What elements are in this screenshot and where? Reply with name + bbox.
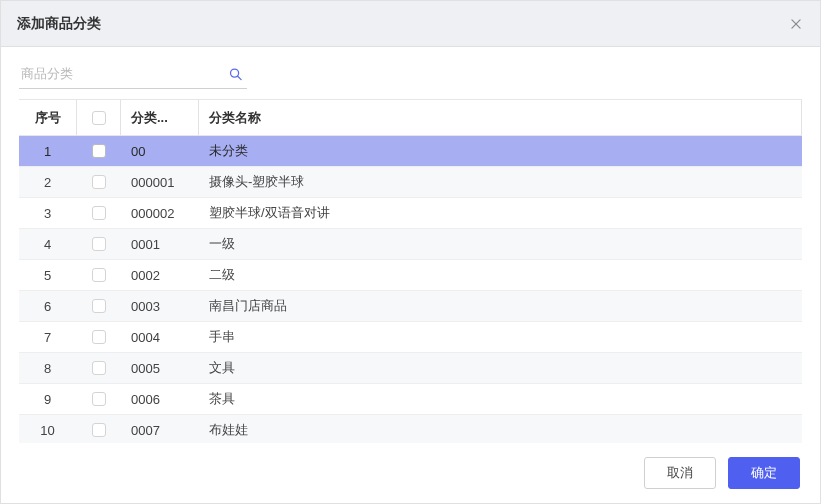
cell-seq: 10 [19, 415, 77, 443]
cell-checkbox[interactable] [77, 136, 121, 166]
checkbox-icon[interactable] [92, 299, 106, 313]
cell-seq: 3 [19, 198, 77, 228]
checkbox-icon[interactable] [92, 392, 106, 406]
modal-header: 添加商品分类 [1, 1, 820, 47]
modal-title: 添加商品分类 [17, 15, 101, 33]
cell-name: 摄像头-塑胶半球 [199, 167, 802, 197]
cell-code: 000001 [121, 167, 199, 197]
table-row[interactable]: 40001一级 [19, 229, 802, 260]
cell-name: 布娃娃 [199, 415, 802, 443]
th-name: 分类名称 [199, 100, 802, 135]
cell-checkbox[interactable] [77, 229, 121, 259]
table-row[interactable]: 100007布娃娃 [19, 415, 802, 443]
cancel-button[interactable]: 取消 [644, 457, 716, 489]
cell-checkbox[interactable] [77, 167, 121, 197]
table-row[interactable]: 3000002塑胶半球/双语音对讲 [19, 198, 802, 229]
cell-code: 0005 [121, 353, 199, 383]
cell-checkbox[interactable] [77, 260, 121, 290]
table-row[interactable]: 60003南昌门店商品 [19, 291, 802, 322]
checkbox-icon[interactable] [92, 423, 106, 437]
checkbox-icon[interactable] [92, 361, 106, 375]
cell-name: 塑胶半球/双语音对讲 [199, 198, 802, 228]
cell-name: 茶具 [199, 384, 802, 414]
cell-code: 00 [121, 136, 199, 166]
cell-checkbox[interactable] [77, 291, 121, 321]
cell-seq: 1 [19, 136, 77, 166]
table-row[interactable]: 70004手串 [19, 322, 802, 353]
cell-checkbox[interactable] [77, 353, 121, 383]
cell-checkbox[interactable] [77, 415, 121, 443]
cell-checkbox[interactable] [77, 322, 121, 352]
checkbox-icon[interactable] [92, 330, 106, 344]
table-header-row: 序号 分类... 分类名称 [19, 100, 802, 136]
checkbox-icon[interactable] [92, 237, 106, 251]
checkbox-icon[interactable] [92, 144, 106, 158]
cell-name: 二级 [199, 260, 802, 290]
cell-checkbox[interactable] [77, 198, 121, 228]
cell-seq: 7 [19, 322, 77, 352]
checkbox-icon[interactable] [92, 175, 106, 189]
confirm-button[interactable]: 确定 [728, 457, 800, 489]
th-code: 分类... [121, 100, 199, 135]
cell-name: 手串 [199, 322, 802, 352]
cell-seq: 6 [19, 291, 77, 321]
cell-seq: 5 [19, 260, 77, 290]
cell-code: 0002 [121, 260, 199, 290]
table-row[interactable]: 50002二级 [19, 260, 802, 291]
add-category-modal: 添加商品分类 序号 分类... [0, 0, 821, 504]
cell-seq: 8 [19, 353, 77, 383]
cell-seq: 4 [19, 229, 77, 259]
cell-code: 0001 [121, 229, 199, 259]
cell-checkbox[interactable] [77, 384, 121, 414]
table-row[interactable]: 80005文具 [19, 353, 802, 384]
checkbox-icon[interactable] [92, 268, 106, 282]
cell-code: 0003 [121, 291, 199, 321]
cell-code: 000002 [121, 198, 199, 228]
search-input[interactable] [19, 61, 247, 87]
cell-code: 0006 [121, 384, 199, 414]
cell-name: 文具 [199, 353, 802, 383]
checkbox-icon[interactable] [92, 111, 106, 125]
cell-name: 一级 [199, 229, 802, 259]
search-icon[interactable] [228, 66, 243, 81]
modal-footer: 取消 确定 [1, 443, 820, 503]
table-row[interactable]: 100未分类 [19, 136, 802, 167]
cell-seq: 2 [19, 167, 77, 197]
cell-name: 南昌门店商品 [199, 291, 802, 321]
checkbox-icon[interactable] [92, 206, 106, 220]
cell-seq: 9 [19, 384, 77, 414]
th-select-all[interactable] [77, 100, 121, 135]
category-table: 序号 分类... 分类名称 100未分类2000001摄像头-塑胶半球30000… [19, 99, 802, 443]
table-row[interactable]: 2000001摄像头-塑胶半球 [19, 167, 802, 198]
modal-body: 序号 分类... 分类名称 100未分类2000001摄像头-塑胶半球30000… [1, 47, 820, 443]
th-seq: 序号 [19, 100, 77, 135]
table-body[interactable]: 100未分类2000001摄像头-塑胶半球3000002塑胶半球/双语音对讲40… [19, 136, 802, 443]
cell-code: 0004 [121, 322, 199, 352]
cell-name: 未分类 [199, 136, 802, 166]
search-wrap [19, 59, 247, 89]
svg-line-3 [238, 76, 241, 79]
table-row[interactable]: 90006茶具 [19, 384, 802, 415]
cell-code: 0007 [121, 415, 199, 443]
close-icon[interactable] [788, 16, 804, 32]
